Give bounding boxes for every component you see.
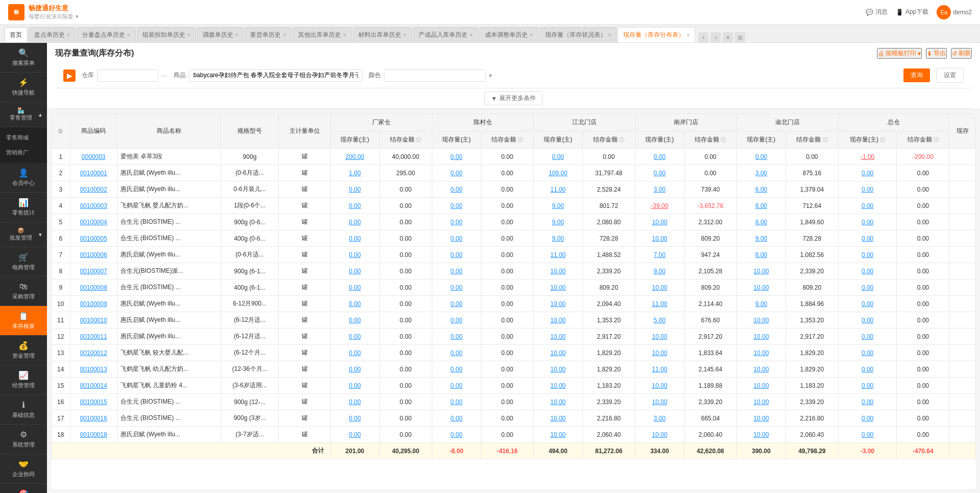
- stock-link[interactable]: 0.00: [862, 202, 873, 209]
- tab-stock-dist[interactable]: 现存量（库存分布表） ×: [618, 27, 695, 42]
- code-link[interactable]: 00100002: [80, 186, 107, 193]
- stock-link[interactable]: 7.00: [654, 251, 666, 259]
- stock-link[interactable]: 0.00: [862, 366, 873, 373]
- stock-link[interactable]: 0.00: [862, 219, 873, 226]
- close-icon[interactable]: ×: [67, 32, 70, 38]
- stock-link[interactable]: 0.00: [862, 186, 873, 193]
- th-settings[interactable]: ⚙: [52, 114, 70, 149]
- stock-link[interactable]: 6.00: [755, 186, 767, 193]
- stock-link[interactable]: 0.00: [451, 382, 462, 389]
- stock-link[interactable]: 10.00: [652, 333, 667, 340]
- app-download-btn[interactable]: 📱 App下载: [896, 8, 928, 16]
- close-icon[interactable]: ×: [470, 32, 473, 38]
- close-icon[interactable]: ×: [283, 32, 286, 38]
- stock-link[interactable]: 3.00: [654, 186, 666, 193]
- stock-link[interactable]: 0.00: [451, 268, 462, 275]
- tab-expand-btn[interactable]: ⊡: [735, 32, 745, 42]
- warehouse-input[interactable]: [97, 69, 158, 82]
- stock-link[interactable]: 0.00: [862, 349, 873, 357]
- stock-link[interactable]: 9.00: [552, 235, 564, 242]
- stock-link[interactable]: 0.00: [862, 251, 873, 259]
- code-link[interactable]: 00100003: [80, 202, 107, 209]
- tab-transfer[interactable]: 调拨单历史 ×: [197, 27, 244, 42]
- stock-link[interactable]: 0.00: [862, 317, 873, 324]
- stock-link[interactable]: 10.00: [550, 431, 566, 438]
- stock-link[interactable]: 11.00: [652, 300, 667, 308]
- stock-link[interactable]: 9.00: [654, 268, 666, 275]
- sidebar-item-inventory[interactable]: 📋 库存核算: [0, 306, 47, 336]
- close-icon[interactable]: ×: [343, 32, 346, 38]
- stock-link[interactable]: 0.00: [654, 170, 666, 177]
- close-icon[interactable]: ×: [403, 32, 406, 38]
- stock-link[interactable]: 0.00: [451, 170, 462, 177]
- stock-link[interactable]: 10.00: [753, 398, 769, 406]
- stock-link[interactable]: 9.00: [552, 202, 564, 209]
- code-link[interactable]: 00100016: [80, 415, 107, 422]
- stock-link[interactable]: -1.00: [861, 153, 874, 160]
- tab-next-btn[interactable]: ›: [710, 32, 721, 42]
- tab-close-all-btn[interactable]: ×: [723, 32, 733, 42]
- sidebar-item-purchase[interactable]: 🛍 采购管理: [0, 277, 47, 306]
- stock-link[interactable]: 0.00: [349, 349, 361, 357]
- stock-link[interactable]: 10.00: [753, 333, 769, 340]
- stock-link[interactable]: 1.00: [349, 170, 361, 177]
- close-icon[interactable]: ×: [608, 32, 611, 38]
- tab-home[interactable]: 首页: [4, 27, 28, 42]
- code-link[interactable]: 00100008: [80, 284, 107, 291]
- tab-other-out[interactable]: 其他出库单历史 ×: [292, 27, 352, 42]
- stock-link[interactable]: 11.00: [550, 186, 566, 193]
- stock-link[interactable]: 0.00: [451, 202, 462, 209]
- stock-link[interactable]: 3.00: [654, 415, 666, 422]
- stock-link[interactable]: 10.00: [550, 415, 566, 422]
- code-link[interactable]: 0000003: [82, 153, 106, 160]
- stock-link[interactable]: 10.00: [652, 284, 667, 291]
- stock-link[interactable]: 9.00: [755, 235, 767, 242]
- code-link[interactable]: 00100011: [80, 333, 107, 340]
- sidebar-item-member[interactable]: 👤 会员中心: [0, 163, 47, 193]
- stock-link[interactable]: 0.00: [349, 333, 361, 340]
- sidebar-item-marketing[interactable]: 营销推广: [0, 145, 47, 160]
- stock-link[interactable]: 0.00: [451, 349, 462, 357]
- tab-assemble[interactable]: 组装拆卸单历史 ×: [137, 27, 196, 42]
- stock-link[interactable]: 10.00: [753, 349, 769, 357]
- stock-link[interactable]: 0.00: [349, 431, 361, 438]
- code-link[interactable]: 00100015: [80, 398, 107, 406]
- code-link[interactable]: 00100006: [80, 251, 107, 259]
- stock-link[interactable]: 0.00: [862, 382, 873, 389]
- stock-link[interactable]: 0.00: [862, 300, 873, 308]
- stock-link[interactable]: 8.00: [755, 219, 767, 226]
- tab-cost-adjust[interactable]: 成本调整单历史 ×: [479, 27, 538, 42]
- info-icon[interactable]: ⓘ: [721, 137, 726, 143]
- stock-link[interactable]: 9.00: [552, 219, 564, 226]
- stock-link[interactable]: 10.00: [550, 366, 566, 373]
- stock-link[interactable]: 9.00: [755, 300, 767, 308]
- stock-link[interactable]: 0.00: [349, 235, 361, 242]
- stock-link[interactable]: 0.00: [451, 284, 462, 291]
- stock-link[interactable]: 0.00: [349, 251, 361, 259]
- stock-link[interactable]: 0.00: [862, 170, 873, 177]
- stock-link[interactable]: 10.00: [753, 382, 769, 389]
- tab-prev-btn[interactable]: ‹: [698, 32, 708, 42]
- stock-link[interactable]: 0.00: [451, 186, 462, 193]
- info-icon[interactable]: ⓘ: [880, 137, 885, 143]
- stock-link[interactable]: 0.00: [451, 235, 462, 242]
- stock-link[interactable]: 10.00: [550, 398, 566, 406]
- stock-link[interactable]: 0.00: [451, 251, 462, 259]
- stock-link[interactable]: 0.00: [451, 300, 462, 308]
- stock-link[interactable]: 0.00: [349, 300, 361, 308]
- stock-link[interactable]: 0.00: [862, 431, 873, 438]
- stock-link[interactable]: 5.00: [654, 317, 666, 324]
- sidebar-item-operations[interactable]: 📈 经营管理: [0, 365, 47, 395]
- stock-link[interactable]: 0.00: [451, 219, 462, 226]
- stock-link[interactable]: 11.00: [652, 366, 667, 373]
- stock-link[interactable]: 10.00: [550, 333, 566, 340]
- sidebar-item-wholesale[interactable]: 📦 批发管理 ▼: [0, 222, 47, 247]
- tab-stock-status[interactable]: 现存量（库存状况表） ×: [540, 27, 617, 42]
- stock-link[interactable]: 0.00: [451, 431, 462, 438]
- stock-link[interactable]: 200.00: [346, 153, 364, 160]
- user-menu[interactable]: Ea demo2: [937, 5, 972, 19]
- stock-link[interactable]: 10.00: [652, 235, 667, 242]
- stock-link[interactable]: 0.00: [349, 186, 361, 193]
- close-icon[interactable]: ×: [127, 32, 130, 38]
- stock-link[interactable]: 109.00: [549, 170, 568, 177]
